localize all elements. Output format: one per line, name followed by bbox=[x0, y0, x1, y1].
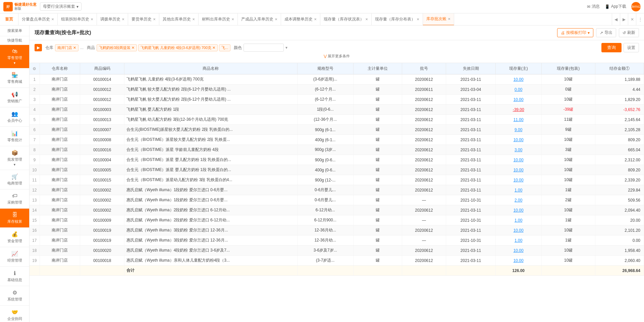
color-input[interactable] bbox=[244, 44, 284, 52]
close-icon[interactable]: ✕ bbox=[192, 17, 195, 21]
close-icon[interactable]: ✕ bbox=[51, 17, 54, 21]
nav-home[interactable]: 首页 bbox=[0, 13, 18, 25]
warehouse-tag[interactable]: 南岸门店 ✕ bbox=[55, 44, 78, 51]
remove-goods1-icon[interactable]: ✕ bbox=[131, 46, 135, 50]
col-stock-main: 现存量(主) bbox=[495, 63, 541, 74]
close-icon[interactable]: ✕ bbox=[365, 17, 368, 21]
cell-stock-main[interactable]: 11.00 bbox=[495, 115, 541, 125]
cell-stock-main[interactable]: 10.00 bbox=[495, 155, 541, 165]
sidebar-quick-nav[interactable]: 快捷导航 bbox=[0, 36, 29, 45]
tab-zuzhuang[interactable]: 组装拆卸单历史 ✕ bbox=[58, 13, 97, 25]
goods-tag-2[interactable]: 飞鹤星飞帆 儿童奶粉 4段(3-6岁适用) 700克 ✕ bbox=[138, 44, 218, 51]
tab-diaobuo[interactable]: 调拨单历史 ✕ bbox=[97, 13, 128, 25]
cell-name: 飞鹤星飞帆 较大婴儿配方奶粉 2段(6-12个月婴幼儿适用) ... bbox=[124, 85, 298, 95]
tab-batch[interactable]: 库存批次账 ✕ bbox=[423, 13, 454, 25]
cell-stock-main[interactable]: 2.00 bbox=[495, 195, 541, 205]
query-button[interactable]: 查询 bbox=[601, 43, 622, 52]
cell-stock-main[interactable]: -39.00 bbox=[495, 105, 541, 115]
sidebar-item-retail[interactable]: 🛍 零售管理 ▼ bbox=[0, 45, 29, 68]
tab-cost[interactable]: 成本调整单历史 ✕ bbox=[281, 13, 320, 25]
nav-menu-btn[interactable]: ⋮ bbox=[636, 13, 644, 25]
sidebar-item-purchase[interactable]: 🏷 采购管理 bbox=[0, 190, 29, 209]
cell-stock-main[interactable]: 10.00 bbox=[495, 246, 541, 256]
cell-expiry: 2021-03-11 bbox=[446, 145, 496, 155]
tab-yaohuo[interactable]: 要货单历史 ✕ bbox=[128, 13, 159, 25]
refresh-button[interactable]: ↺ 刷新 bbox=[619, 28, 639, 37]
close-icon[interactable]: ✕ bbox=[122, 17, 124, 21]
warehouse-more[interactable]: ... bbox=[80, 45, 84, 50]
cell-stock-main[interactable]: 10.00 bbox=[495, 74, 541, 85]
cell-spec: 12-36月幼... bbox=[297, 225, 353, 235]
close-icon[interactable]: ✕ bbox=[153, 17, 156, 21]
tab-produce[interactable]: 产成品入库单历史 ✕ bbox=[238, 13, 281, 25]
cell-balance: 20.00 bbox=[595, 215, 644, 225]
cell-expiry: 2021-03-11 bbox=[446, 175, 496, 185]
close-icon[interactable]: ✕ bbox=[417, 17, 419, 21]
sidebar-item-collab[interactable]: 🤝 企业协同 bbox=[0, 306, 29, 322]
close-icon[interactable]: ✕ bbox=[231, 17, 234, 21]
cell-stock-main[interactable]: 1.00 bbox=[495, 215, 541, 225]
sidebar-item-shop[interactable]: 🏪 零售商城 bbox=[0, 68, 29, 88]
cell-stock-main[interactable]: 0.00 bbox=[495, 85, 541, 95]
sidebar-item-member[interactable]: 👥 会员中心 bbox=[0, 107, 29, 127]
cell-stock-main[interactable]: 1.00 bbox=[495, 185, 541, 195]
tab-stock-status[interactable]: 现存量（库存状况表） ✕ bbox=[320, 13, 372, 25]
remove-warehouse-icon[interactable]: ✕ bbox=[73, 46, 76, 50]
close-icon[interactable]: ✕ bbox=[448, 17, 450, 21]
stats-icon: 📊 bbox=[11, 130, 18, 137]
page-header: 现存量查询(按仓库+批次) 🖨 按模板打印 ▾ ↗ 导出 ↺ 刷新 bbox=[30, 25, 644, 40]
cell-stock-main[interactable]: 10.00 bbox=[495, 225, 541, 235]
wholesale-icon: 📦 bbox=[11, 150, 18, 156]
table-row: 13 南岸门店 00100002 惠氏启赋（Wyeth illuma）1段奶粉 … bbox=[30, 195, 644, 205]
sidebar-item-wholesale[interactable]: 📦 批发管理 ▼ bbox=[0, 146, 29, 170]
cell-stock-main[interactable]: 10.00 bbox=[495, 95, 541, 105]
filter-expand-toggle[interactable]: ▶ bbox=[35, 44, 42, 51]
cell-spec: 900g (0-6... bbox=[297, 155, 353, 165]
nav-right-arrow[interactable]: ▶ bbox=[620, 13, 628, 25]
app-download-button[interactable]: 📱 App下载 bbox=[605, 4, 626, 9]
goods-tag-1[interactable]: 飞鹤奶粉3段两提装 ✕ bbox=[97, 44, 137, 51]
cell-stock-main[interactable]: 10.00 bbox=[495, 175, 541, 185]
sidebar-item-finance[interactable]: 💰 资金管理 bbox=[0, 228, 29, 247]
cell-unit: 罐 bbox=[353, 235, 402, 246]
cell-stock-main[interactable]: 9.00 bbox=[495, 125, 541, 135]
cell-stock-main[interactable]: 3.00 bbox=[495, 145, 541, 155]
sidebar-item-ecommerce[interactable]: 🛒 电商管理 bbox=[0, 170, 29, 190]
remove-goods2-icon[interactable]: ✕ bbox=[212, 46, 215, 50]
close-icon[interactable]: ✕ bbox=[91, 17, 93, 21]
template-print-button[interactable]: 🖨 按模板打印 ▾ bbox=[557, 28, 593, 37]
nav-left-arrow[interactable]: ◀ bbox=[612, 13, 620, 25]
sidebar-item-business[interactable]: 📈 经营管理 bbox=[0, 247, 29, 267]
goods-tag-more[interactable]: 飞... bbox=[219, 44, 230, 51]
expand-more-conditions[interactable]: ⋁ 展开更多条件 bbox=[35, 52, 639, 60]
user-avatar[interactable]: demo2 bbox=[631, 2, 641, 11]
settings-button[interactable]: 设置 bbox=[624, 43, 639, 52]
cell-stock-main[interactable]: 10.00 bbox=[495, 165, 541, 175]
color-chevron-icon[interactable]: ▾ bbox=[285, 45, 287, 50]
export-button[interactable]: ↗ 导出 bbox=[596, 28, 616, 37]
close-icon[interactable]: ✕ bbox=[314, 17, 317, 21]
col-settings[interactable]: ⚙ bbox=[30, 63, 40, 74]
tab-stock-dist[interactable]: 现存量（库存分布表） ✕ bbox=[372, 13, 423, 25]
tab-fenliang[interactable]: 分量盘点单历史 ✕ bbox=[18, 13, 58, 25]
message-button[interactable]: ✉ 消息 bbox=[587, 4, 600, 9]
cell-stock-main[interactable]: 10.00 bbox=[495, 135, 541, 145]
cell-warehouse: 南岸门店 bbox=[40, 125, 80, 135]
col-code: 商品编码 bbox=[80, 63, 124, 74]
cell-stock-main[interactable]: 10.00 bbox=[495, 205, 541, 215]
sidebar-item-marketing[interactable]: 📢 营销推广 bbox=[0, 88, 29, 107]
close-icon[interactable]: ✕ bbox=[275, 17, 277, 21]
cell-stock-main[interactable]: 10.00 bbox=[495, 256, 541, 266]
tab-chuku[interactable]: 其他出库单历史 ✕ bbox=[159, 13, 199, 25]
tab-material[interactable]: 材料出库单历史 ✕ bbox=[199, 13, 238, 25]
sidebar-item-inventory[interactable]: 🗄 库存核算 bbox=[0, 209, 29, 228]
cell-stock-main[interactable]: 1.00 bbox=[495, 235, 541, 246]
sidebar-item-basic[interactable]: ℹ 基础信息 bbox=[0, 267, 29, 286]
workspace-selector[interactable]: 母婴行业演示账套 ▾ bbox=[40, 2, 82, 11]
sidebar-search[interactable]: 搜索菜单 bbox=[0, 25, 29, 36]
sidebar-item-system[interactable]: ⚙ 系统管理 bbox=[0, 286, 29, 306]
nav-close-btn[interactable]: ✕ bbox=[628, 13, 636, 25]
cell-unit: 罐 bbox=[353, 225, 402, 235]
sidebar-item-retail-stat[interactable]: 📊 零售统计 bbox=[0, 127, 29, 146]
table-settings-icon[interactable]: ⚙ bbox=[33, 66, 36, 71]
